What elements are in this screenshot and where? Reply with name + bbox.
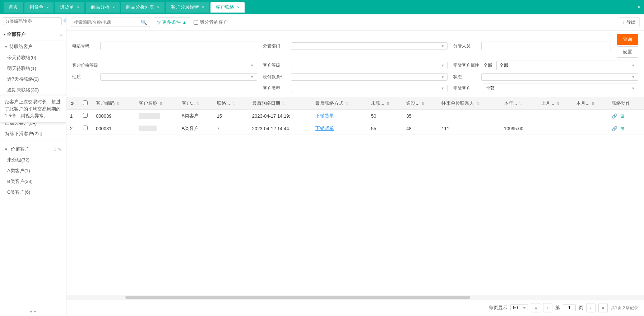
cust-type-arrow: ▼ [441, 86, 444, 90]
td-level-1: B类客户 [178, 110, 213, 122]
code-sort-icon[interactable]: ⇅ [117, 102, 120, 105]
nav-customer-segment[interactable]: 客户分层经营 × [166, 2, 209, 13]
nav-product-list-close[interactable]: × [157, 5, 159, 9]
overdue-sort-icon[interactable]: ⇅ [422, 102, 425, 105]
close-app-button[interactable]: × [637, 4, 640, 10]
row1-checkbox[interactable] [83, 113, 88, 118]
this-year-sort-icon[interactable]: ⇅ [519, 102, 522, 105]
table-row: 1 000039 B类客户 15 2023-04-17 14:19: 下销货单 [66, 110, 644, 122]
settings-button[interactable]: 设置 [617, 46, 638, 58]
nav-sales-close[interactable]: × [46, 5, 48, 9]
retail-attr-arrow: ▼ [631, 63, 635, 67]
page-suffix: 页 [579, 305, 583, 311]
filter-manager: 分管人员 ··· 查询 设置 [453, 34, 638, 58]
search-input[interactable] [74, 20, 139, 25]
nav-product-analysis[interactable]: 商品分析 × [86, 2, 120, 13]
nav-home[interactable]: 首页 [4, 2, 23, 13]
settings-icon[interactable]: ⚙ [70, 101, 74, 106]
sidebar-search-icon[interactable]: 🔍 [63, 18, 66, 24]
contacts-sort-icon[interactable]: ⇅ [476, 102, 479, 105]
sidebar-item-ungroup[interactable]: 未分组(32) [0, 155, 66, 165]
sidebar-item-week[interactable]: 近7天待联络(0) [0, 74, 66, 85]
td-this-month-1 [573, 110, 608, 122]
dept-label: 分管部门 [263, 43, 288, 49]
value-circle-icon[interactable]: ○ [54, 147, 56, 152]
filter-customer-type: 客户类型 ▼ [263, 84, 448, 93]
sidebar-collapse-button[interactable]: » [60, 32, 62, 37]
last-date-sort-icon[interactable]: ⇅ [282, 102, 285, 105]
this-month-sort-icon[interactable]: ⇅ [592, 102, 594, 105]
last-month-sort-icon[interactable]: ⇅ [556, 102, 559, 105]
phone-input[interactable] [100, 42, 257, 50]
sidebar-item-a-class[interactable]: A类客户(1) [0, 165, 66, 176]
pagination: 每页显示 50 20 100 « ‹ 第 页 › » 共1页 2条记录 [66, 299, 644, 316]
more-conditions-button[interactable]: ▽ 更多条件 ▲ [154, 17, 190, 27]
export-button[interactable]: ↑ 导出 [619, 17, 640, 27]
sidebar-item-tomorrow[interactable]: 明天待联络(1) [0, 63, 66, 74]
sidebar-item-overdue[interactable]: 逾期未联络(30) [0, 85, 66, 95]
select-all-checkbox[interactable] [83, 100, 88, 105]
last-method-sort-icon[interactable]: ⇅ [345, 102, 348, 105]
nav-purchase-close[interactable]: × [77, 5, 79, 9]
contact-sort-icon[interactable]: ⇅ [232, 102, 235, 105]
first-page-button[interactable]: « [531, 303, 540, 312]
nav-customer-segment-close[interactable]: × [202, 5, 204, 9]
td-no-contact-1: 50 [367, 110, 403, 122]
top-navigation: 首页 销货单 × 进货单 × 商品分析 × 商品分析列表 × 客户分层经营 × … [0, 0, 644, 14]
level-sort-icon[interactable]: ⇅ [197, 102, 200, 105]
value-arrow: ▼ [4, 147, 8, 151]
cust-level-arrow: ▼ [441, 63, 444, 67]
advanced-filter: 电话号码 分管部门 ▼ 分管人员 ··· [66, 30, 644, 97]
nav-customer-contact-close[interactable]: × [237, 5, 239, 9]
filter-dots: ··· [72, 84, 257, 93]
row1-grid-action[interactable]: ⊞ [620, 113, 624, 119]
horizontal-scrollbar[interactable] [66, 295, 644, 299]
value-edit-icon[interactable]: ✎ [58, 147, 62, 152]
nav-purchase[interactable]: 进货单 × [55, 2, 84, 13]
row1-last-method-link[interactable]: 下销货单 [315, 113, 334, 118]
td-name-2 [135, 122, 178, 135]
td-this-month-2 [573, 122, 608, 135]
row2-checkbox[interactable] [83, 126, 88, 130]
query-button[interactable]: 查询 [617, 34, 638, 45]
my-customers-checkbox-group: 我分管的客户 [194, 19, 228, 25]
row1-name-blur [139, 113, 160, 119]
last-page-button[interactable]: » [598, 303, 608, 312]
no-contact-sort-icon[interactable]: ⇅ [386, 102, 389, 105]
value-group-edit-icons: ○ ✎ [54, 147, 62, 152]
row2-grid-action[interactable]: ⊞ [620, 126, 624, 131]
name-sort-icon[interactable]: ⇅ [159, 102, 162, 105]
sidebar-item-today[interactable]: 今天待联络(0) [0, 52, 66, 63]
nav-customer-contact[interactable]: 客户联络 × [210, 2, 244, 13]
td-contacts-2: 111 [438, 122, 500, 135]
sidebar-item-declining[interactable]: 持续下滑客户(2) ℹ [0, 128, 66, 139]
nav-product-list[interactable]: 商品分析列表 × [121, 2, 164, 13]
th-contact-count: 联络... ⇅ [213, 97, 249, 110]
page-number-input[interactable] [563, 304, 576, 311]
declining-info-icon: ℹ [40, 131, 42, 137]
dots-icon: ··· [72, 86, 77, 91]
per-page-select[interactable]: 50 20 100 [510, 304, 528, 311]
sidebar-item-b-class[interactable]: B类客户(33) [0, 176, 66, 187]
row1-link-action[interactable]: 🔗 [612, 113, 617, 119]
nav-sales[interactable]: 销货单 × [24, 2, 54, 13]
sidebar-resize-handle[interactable]: ◂▸ [30, 308, 36, 314]
row2-name-blur [139, 126, 157, 131]
next-page-button[interactable]: › [586, 303, 596, 312]
pending-contact-title[interactable]: ▼ 待联络客户 [0, 41, 66, 52]
all-customers-header[interactable]: ▪ 全部客户 » [0, 28, 66, 41]
prev-page-button[interactable]: ‹ [543, 303, 552, 312]
my-customers-checkbox[interactable] [194, 20, 198, 25]
value-customers-header[interactable]: ▼ 价值客户 ○ ✎ [0, 144, 66, 155]
search-icon[interactable]: 🔍 [141, 19, 147, 25]
sidebar-item-c-class[interactable]: C类客户(6) [0, 187, 66, 198]
th-contacts: 往来单位联系人 ⇅ [438, 97, 500, 110]
row2-last-method-link[interactable]: 下销货单 [315, 126, 334, 131]
td-name-1 [135, 110, 178, 122]
price-level-label: 客户价格等级 [72, 62, 98, 69]
row2-link-action[interactable]: 🔗 [612, 126, 617, 131]
th-settings: ⚙ [66, 97, 79, 110]
scrollbar-thumb[interactable] [125, 296, 470, 299]
nav-product-analysis-close[interactable]: × [112, 5, 115, 9]
sidebar-search-input[interactable] [3, 17, 62, 25]
